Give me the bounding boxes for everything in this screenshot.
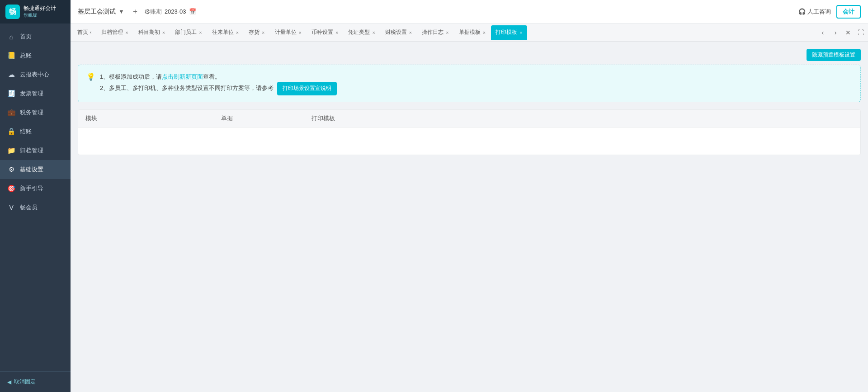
nav-icon-archive: 📁	[7, 146, 15, 155]
sidebar-item-tax[interactable]: 💼税务管理	[0, 103, 71, 122]
sidebar-item-member[interactable]: Ⅴ畅会员	[0, 198, 71, 217]
nav-icon-tax: 💼	[7, 109, 15, 117]
notice-line-2: 2、多员工、多打印机、多种业务类型设置不同打印方案等，请参考 打印场景设置宣说明	[100, 82, 852, 95]
sidebar: 畅 畅捷通好会计 旗舰版 ⌂首页📒总账☁云报表中心🧾发票管理💼税务管理🔒结账📁归…	[0, 0, 71, 392]
tab-department[interactable]: 部门员工 ×	[170, 25, 206, 40]
col-module-header: 模块	[78, 114, 214, 123]
topbar: 基层工会测试 ▼ ＋ ⚙ 账期 2023-03 📅 🎧 人工咨询 会计	[71, 0, 868, 24]
project-selector[interactable]: 基层工会测试 ▼	[78, 8, 132, 16]
tab-home[interactable]: 首页‹	[73, 25, 96, 40]
notice-refresh-link[interactable]: 点击刷新新页面	[162, 73, 203, 80]
nav-label-guide: 新手引导	[20, 184, 43, 193]
hide-preview-button[interactable]: 隐藏预置模板设置	[807, 49, 861, 61]
notice-content: 1、模板添加成功后，请点击刷新新页面查看。 2、多员工、多打印机、多种业务类型设…	[100, 71, 852, 95]
calendar-icon[interactable]: 📅	[189, 8, 196, 15]
print-template-table: 模块 单据 打印模板	[78, 109, 861, 155]
sidebar-item-home[interactable]: ⌂首页	[0, 27, 71, 46]
unpin-icon: ◀	[7, 379, 11, 385]
tab-scroll-right[interactable]: ›	[830, 27, 841, 38]
tab-close-archive-mgmt[interactable]: ×	[125, 30, 128, 35]
sidebar-item-archive[interactable]: 📁归档管理	[0, 141, 71, 160]
tab-currency[interactable]: 币种设置 ×	[307, 25, 343, 40]
tab-print-template[interactable]: 打印模板 ×	[491, 25, 527, 40]
sidebar-item-settings[interactable]: ⚙基础设置	[0, 160, 71, 179]
logo-title: 畅捷通好会计	[24, 5, 56, 12]
tab-close-single-template[interactable]: ×	[483, 30, 486, 35]
print-scene-button[interactable]: 打印场景设置宣说明	[277, 82, 337, 95]
tab-subject-init[interactable]: 科目期初 ×	[134, 25, 170, 40]
tab-close-department[interactable]: ×	[199, 30, 202, 35]
tab-label-voucher-type: 凭证类型	[348, 28, 370, 36]
tab-close-supplier[interactable]: ×	[236, 30, 239, 35]
tab-close-unit[interactable]: ×	[299, 30, 302, 35]
tab-scroll-left[interactable]: ‹	[817, 27, 828, 38]
tab-close-currency[interactable]: ×	[335, 30, 338, 35]
logo-text-block: 畅捷通好会计 旗舰版	[24, 5, 56, 19]
content-area: 隐藏预置模板设置 💡 1、模板添加成功后，请点击刷新新页面查看。 2、多员工、多…	[71, 42, 868, 392]
tab-label-archive-mgmt: 归档管理	[101, 28, 123, 36]
sidebar-unpin-button[interactable]: ◀ 取消固定	[0, 371, 71, 392]
tab-label-tax-settings: 财税设置	[385, 28, 407, 36]
nav-icon-member: Ⅴ	[7, 203, 15, 212]
notice-line1-prefix: 1、模板添加成功后，请	[100, 73, 162, 80]
sidebar-logo: 畅 畅捷通好会计 旗舰版	[0, 0, 71, 24]
tab-label-unit: 计量单位	[275, 28, 297, 36]
settings-icon[interactable]: ⚙	[144, 8, 150, 16]
tab-close-tax-settings[interactable]: ×	[409, 30, 412, 35]
tab-label-single-template: 单据模板	[459, 28, 481, 36]
tab-close-print-template[interactable]: ×	[519, 30, 522, 35]
tab-close-subject-init[interactable]: ×	[162, 30, 165, 35]
headset-icon: 🎧	[798, 8, 806, 15]
tab-tax-settings[interactable]: 财税设置 ×	[381, 25, 416, 40]
period-selector: 账期 2023-03 📅	[150, 8, 196, 16]
tab-label-currency: 币种设置	[311, 28, 333, 36]
tabbar-controls: ‹ › ✕ ⛶	[817, 27, 866, 38]
sidebar-item-ledger[interactable]: 📒总账	[0, 46, 71, 65]
tab-unit[interactable]: 计量单位 ×	[270, 25, 306, 40]
tab-close-inventory[interactable]: ×	[262, 30, 264, 35]
nav-label-invoice: 发票管理	[20, 90, 43, 98]
sidebar-item-reports[interactable]: ☁云报表中心	[0, 65, 71, 84]
topbar-right: 🎧 人工咨询 会计	[798, 5, 861, 19]
col-doc-header: 单据	[214, 114, 304, 123]
sidebar-item-guide[interactable]: 🎯新手引导	[0, 179, 71, 198]
kuaiji-button[interactable]: 会计	[836, 5, 861, 19]
sidebar-item-closing[interactable]: 🔒结账	[0, 122, 71, 141]
nav-icon-guide: 🎯	[7, 184, 15, 193]
tab-voucher-type[interactable]: 凭证类型 ×	[344, 25, 379, 40]
tab-label-department: 部门员工	[175, 28, 197, 36]
tab-label-inventory: 存货	[249, 28, 259, 36]
tab-maximize[interactable]: ⛶	[855, 27, 866, 38]
period-value[interactable]: 2023-03	[165, 8, 186, 15]
nav-icon-ledger: 📒	[7, 52, 15, 60]
nav-label-tax: 税务管理	[20, 109, 43, 117]
notice-line1-suffix: 查看。	[203, 73, 221, 80]
home-tab-label: 首页	[77, 28, 88, 36]
add-tab-button[interactable]: ＋	[132, 7, 139, 16]
nav-icon-home: ⌂	[7, 33, 15, 41]
sidebar-item-invoice[interactable]: 🧾发票管理	[0, 84, 71, 103]
settings-btn-area: 隐藏预置模板设置	[78, 49, 861, 61]
tab-single-template[interactable]: 单据模板 ×	[454, 25, 490, 40]
project-dropdown-icon: ▼	[118, 8, 124, 15]
nav-icon-closing: 🔒	[7, 128, 15, 136]
tab-close-voucher-type[interactable]: ×	[372, 30, 375, 35]
lightbulb-icon: 💡	[86, 72, 95, 81]
notice-box: 💡 1、模板添加成功后，请点击刷新新页面查看。 2、多员工、多打印机、多种业务类…	[78, 65, 861, 102]
tab-close-operation-log[interactable]: ×	[446, 30, 448, 35]
home-chevron-icon: ‹	[90, 30, 91, 35]
main-area: 基层工会测试 ▼ ＋ ⚙ 账期 2023-03 📅 🎧 人工咨询 会计 首页‹归…	[71, 0, 868, 392]
tab-label-subject-init: 科目期初	[138, 28, 160, 36]
tab-supplier[interactable]: 往来单位 ×	[208, 25, 243, 40]
tab-close-all[interactable]: ✕	[843, 27, 854, 38]
tab-label-supplier: 往来单位	[212, 28, 234, 36]
nav-label-member: 畅会员	[20, 203, 38, 212]
support-button[interactable]: 🎧 人工咨询	[798, 8, 831, 16]
sidebar-nav: ⌂首页📒总账☁云报表中心🧾发票管理💼税务管理🔒结账📁归档管理⚙基础设置🎯新手引导…	[0, 24, 71, 371]
nav-label-ledger: 总账	[20, 52, 32, 60]
topbar-actions: ＋ ⚙	[132, 7, 150, 16]
project-name: 基层工会测试	[78, 8, 116, 16]
tab-archive-mgmt[interactable]: 归档管理 ×	[97, 25, 132, 40]
tab-operation-log[interactable]: 操作日志 ×	[417, 25, 453, 40]
tab-inventory[interactable]: 存货 ×	[244, 25, 269, 40]
